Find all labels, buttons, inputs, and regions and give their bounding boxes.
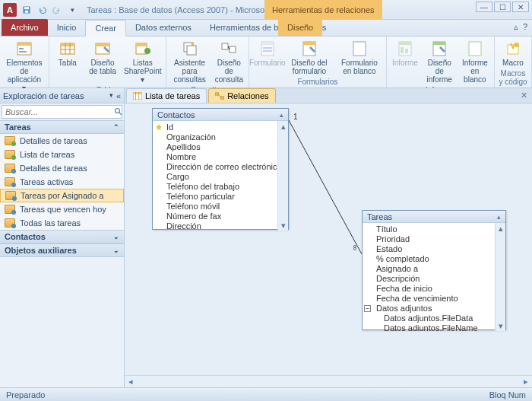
doc-tab-relaciones[interactable]: Relaciones <box>208 88 275 103</box>
table-field[interactable]: Número de fax <box>153 212 288 221</box>
doc-close-icon[interactable]: ✕ <box>518 90 529 100</box>
undo-icon[interactable] <box>35 3 49 17</box>
table-field[interactable]: Teléfono particular <box>153 192 288 202</box>
table-title[interactable]: Tareas▴ <box>363 211 505 223</box>
rel-one-label: 1 <box>293 113 298 121</box>
table-title[interactable]: Contactos▴ <box>153 109 288 121</box>
table-field[interactable]: Datos adjuntos.FileName <box>363 323 505 331</box>
svg-rect-15 <box>136 43 147 46</box>
search-icon[interactable] <box>114 106 123 118</box>
nav-item[interactable]: Lista de tareas <box>0 148 124 161</box>
table-field[interactable]: Dirección de correo electrónico <box>153 162 288 172</box>
table-name: Tareas <box>367 212 392 221</box>
ribbon-button-query-design[interactable]: Diseño de consulta <box>213 38 245 85</box>
relationships-canvas[interactable]: 1 ∞ Contactos▴IdOrganizaciónApellidosNom… <box>125 103 532 375</box>
nav-item[interactable]: Tareas por Asignado a <box>0 189 124 202</box>
nav-item[interactable]: Tareas activas <box>0 175 124 189</box>
horizontal-scrollbar[interactable]: ◂ ▸ <box>125 375 532 387</box>
ribbon-button-report[interactable]: Informe <box>390 38 420 68</box>
table-field[interactable]: Apellidos <box>153 142 288 152</box>
ribbon-button-app-parts[interactable]: Elementos de aplicación ▾ <box>3 38 46 94</box>
nav-header[interactable]: Exploración de tareas ▾ « <box>0 88 124 103</box>
ribbon-button-report-design[interactable]: Diseño de informe <box>423 38 456 85</box>
nav-item[interactable]: Todas las tareas <box>0 216 124 230</box>
form-icon <box>5 136 15 145</box>
ribbon-button-form-blank[interactable]: Formulario en blanco <box>336 38 383 77</box>
table-field[interactable]: Id <box>153 123 288 132</box>
table-field[interactable]: Teléfono del trabajo <box>153 182 288 192</box>
nav-collapse-icon[interactable]: « <box>116 91 121 100</box>
scroll-down-icon[interactable]: ▾ <box>278 220 288 231</box>
nav-item[interactable]: Detalles de tareas <box>0 161 124 175</box>
table-field[interactable]: Datos adjuntos.FileData <box>363 313 505 323</box>
macro-icon <box>504 40 522 58</box>
svg-point-37 <box>515 43 519 47</box>
nav-item-label: Tareas por Asignado a <box>21 191 103 200</box>
table-field[interactable]: Datos adjuntos <box>363 304 505 313</box>
vertical-scrollbar[interactable]: ▴▾ <box>277 121 288 231</box>
table-field[interactable]: Teléfono móvil <box>153 202 288 212</box>
ribbon-button-form-design[interactable]: Diseño del formulario <box>286 38 333 77</box>
chevron-up-icon: ▴ <box>280 111 283 119</box>
ribbon-button-report-blank[interactable]: Informe en blanco <box>459 38 491 85</box>
table-field[interactable]: Fecha de vencimiento <box>363 294 505 304</box>
table-field[interactable]: Asignado a <box>363 264 505 274</box>
tab-datos-externos[interactable]: Datos externos <box>126 19 201 36</box>
tab-crear[interactable]: Crear <box>85 20 126 37</box>
table-field[interactable]: Fecha de inicio <box>363 284 505 294</box>
expand-icon[interactable]: − <box>364 305 371 312</box>
nav-item-label: Tareas que vencen hoy <box>20 205 106 214</box>
ribbon-minimize-icon[interactable]: ▵ <box>514 22 518 32</box>
table-field[interactable]: Prioridad <box>363 234 505 244</box>
table-window-tareas[interactable]: Tareas▴TítuloPrioridadEstado% completado… <box>362 210 506 330</box>
svg-rect-19 <box>222 43 228 49</box>
scroll-right-icon[interactable]: ▸ <box>520 376 532 387</box>
form-icon <box>5 205 15 214</box>
quick-access-toolbar: ▾ <box>20 3 79 17</box>
table-field[interactable]: Dirección <box>153 221 288 231</box>
redo-icon[interactable] <box>50 3 64 17</box>
save-icon[interactable] <box>20 3 33 17</box>
ribbon-button-label: Diseño de consulta <box>215 59 243 84</box>
tab-inicio[interactable]: Inicio <box>48 19 86 36</box>
ribbon-button-sharepoint[interactable]: Listas SharePoint ▾ <box>122 38 163 85</box>
table-field[interactable]: Estado <box>363 244 505 254</box>
ribbon-button-macro[interactable]: Macro <box>498 38 528 68</box>
maximize-button[interactable]: ☐ <box>494 2 511 12</box>
ribbon-button-table[interactable]: Tabla <box>52 38 83 68</box>
ribbon-button-table-design[interactable]: Diseño de tabla <box>86 38 119 77</box>
ribbon-button-query-wiz[interactable]: Asistente para consultas <box>169 38 210 85</box>
vertical-scrollbar[interactable]: ▴▾ <box>495 223 505 331</box>
nav-dropdown-icon[interactable]: ▾ <box>109 91 113 100</box>
nav-group-header[interactable]: Contactos⌄ <box>0 230 124 243</box>
table-field[interactable]: Descripción <box>363 274 505 284</box>
minimize-button[interactable]: — <box>476 2 492 12</box>
table-field[interactable]: % completado <box>363 254 505 264</box>
scroll-left-icon[interactable]: ◂ <box>125 376 137 387</box>
table-field[interactable]: Título <box>363 224 505 234</box>
status-bar: Preparado Bloq Num <box>0 387 532 401</box>
scroll-down-icon[interactable]: ▾ <box>496 320 505 331</box>
ribbon-button-form[interactable]: Formulario <box>252 38 283 68</box>
qat-dropdown-icon[interactable]: ▾ <box>65 3 79 17</box>
status-left: Preparado <box>6 390 45 399</box>
tab-diseno[interactable]: Diseño <box>278 19 322 36</box>
search-input[interactable] <box>2 106 114 118</box>
nav-group-header[interactable]: Tareas⌃ <box>0 120 124 134</box>
table-field[interactable]: Organización <box>153 132 288 142</box>
nav-item[interactable]: Tareas que vencen hoy <box>0 202 124 216</box>
scroll-up-icon[interactable]: ▴ <box>278 121 288 132</box>
tab-file[interactable]: Archivo <box>2 19 48 36</box>
help-icon[interactable]: ? <box>523 22 527 32</box>
ribbon-button-label: Diseño de informe <box>426 59 453 84</box>
scroll-track[interactable] <box>137 376 520 387</box>
svg-rect-13 <box>96 43 109 46</box>
close-button[interactable]: ✕ <box>512 2 529 12</box>
scroll-up-icon[interactable]: ▴ <box>496 223 505 234</box>
nav-item[interactable]: Detalles de tareas <box>0 134 124 148</box>
table-field[interactable]: Cargo <box>153 172 288 182</box>
doc-tab-lista-tareas[interactable]: Lista de tareas <box>126 88 207 103</box>
nav-group-header[interactable]: Objetos auxiliares⌄ <box>0 243 124 257</box>
table-field[interactable]: Nombre <box>153 152 288 162</box>
table-window-contactos[interactable]: Contactos▴IdOrganizaciónApellidosNombreD… <box>152 108 289 230</box>
